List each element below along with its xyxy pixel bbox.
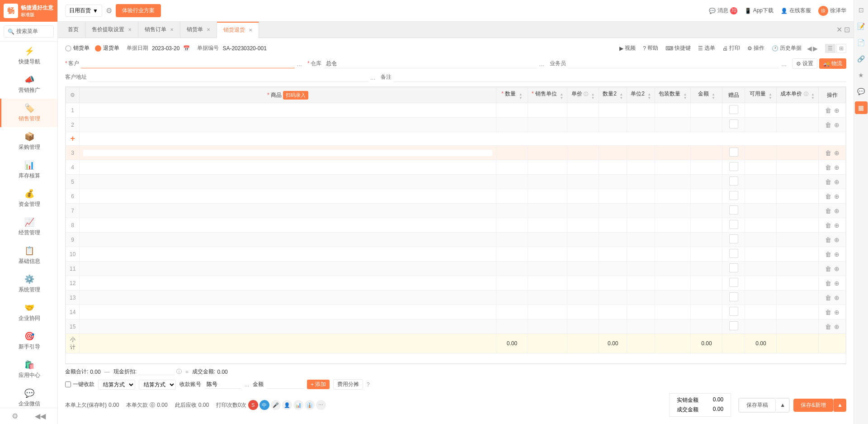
method-select[interactable]: 结算方式 现金 支付宝 微信: [98, 380, 135, 390]
cost-price-cell[interactable]: [777, 233, 819, 247]
qty2-cell[interactable]: [599, 103, 627, 118]
delete-row-icon[interactable]: 🗑: [825, 193, 831, 200]
cost-price-info-icon[interactable]: ⓘ: [804, 91, 808, 96]
unit-cell[interactable]: [528, 160, 567, 175]
save-draft-chevron[interactable]: ▲: [776, 398, 789, 412]
sidebar-item-marketing[interactable]: 📣 营销推广: [0, 70, 57, 99]
tab-sales-delivery[interactable]: 销货单 ✕: [180, 22, 217, 38]
unit-cell[interactable]: [528, 305, 567, 319]
gift-cell[interactable]: [722, 247, 745, 262]
qty2-cell[interactable]: [599, 262, 627, 276]
price-cell[interactable]: [567, 189, 599, 204]
goods-cell[interactable]: [80, 291, 496, 305]
qty2-cell[interactable]: [599, 175, 627, 189]
delete-row-icon[interactable]: 🗑: [825, 121, 831, 129]
list-view-button[interactable]: ☰: [825, 44, 835, 53]
history-btn[interactable]: 🕐 历史单据: [770, 43, 803, 53]
sidebar-item-sales[interactable]: 🏷️ 销售管理: [0, 99, 57, 127]
salesperson-input[interactable]: [568, 59, 779, 68]
quantity-cell[interactable]: [496, 247, 528, 262]
pack-cell[interactable]: [655, 175, 691, 189]
amount-cell[interactable]: [691, 146, 722, 160]
pack-cell[interactable]: [655, 189, 691, 204]
qty2-cell[interactable]: [599, 146, 627, 160]
tab-sales-order[interactable]: 销售订单 ✕: [138, 22, 180, 38]
quantity-cell[interactable]: [496, 233, 528, 247]
delete-row-icon[interactable]: 🗑: [825, 149, 831, 157]
remark-input[interactable]: [393, 72, 846, 82]
online-service-item[interactable]: 👤 在线客服: [781, 7, 811, 14]
gift-cell[interactable]: [722, 175, 745, 189]
goods-cell[interactable]: [80, 276, 496, 291]
gift-checkbox[interactable]: [729, 205, 738, 214]
user-profile-item[interactable]: 徐 徐泽华: [818, 6, 846, 16]
cost-price-cell[interactable]: [777, 118, 819, 132]
save-draft-button[interactable]: 保存草稿: [739, 398, 776, 412]
pack-cell[interactable]: [655, 319, 691, 334]
unit2-cell[interactable]: [627, 218, 655, 233]
cost-price-cell[interactable]: [777, 103, 819, 118]
quantity-cell[interactable]: [496, 118, 528, 132]
grid-view-button[interactable]: ⊞: [836, 44, 846, 53]
topbar-gear-icon[interactable]: ⚙: [106, 6, 112, 15]
delete-row-icon[interactable]: 🗑: [825, 107, 831, 114]
gift-checkbox[interactable]: [729, 307, 738, 316]
delete-row-icon[interactable]: 🗑: [825, 207, 831, 214]
quantity-sort[interactable]: ▲▼: [519, 93, 523, 100]
unit2-cell[interactable]: [627, 291, 655, 305]
sidebar-item-appstore[interactable]: 🛍️ 应用中心: [0, 355, 57, 384]
price-cell[interactable]: [567, 103, 599, 118]
status-icon-s[interactable]: S: [248, 400, 258, 410]
gift-checkbox[interactable]: [729, 191, 738, 200]
right-icon-star[interactable]: ★: [855, 69, 868, 81]
price-cell[interactable]: [567, 118, 599, 132]
pack-cell[interactable]: [655, 233, 691, 247]
goods-cell[interactable]: [80, 247, 496, 262]
available-cell[interactable]: [745, 218, 777, 233]
available-cell[interactable]: [745, 247, 777, 262]
cost-price-cell[interactable]: [777, 319, 819, 334]
tab-price-setting-close[interactable]: ✕: [128, 27, 132, 32]
price-sort[interactable]: ▲▼: [591, 93, 595, 100]
right-icon-message[interactable]: 💬: [855, 85, 868, 98]
gift-checkbox[interactable]: [729, 278, 738, 287]
available-cell[interactable]: [745, 276, 777, 291]
sidebar-collapse-button[interactable]: ◀◀: [35, 412, 46, 420]
tab-sales-return[interactable]: 销货退货 ✕: [217, 22, 259, 38]
cost-price-cell[interactable]: [777, 276, 819, 291]
cost-price-cell[interactable]: [777, 189, 819, 204]
cost-price-cell[interactable]: [777, 175, 819, 189]
price-cell[interactable]: [567, 218, 599, 233]
unit-cell[interactable]: [528, 118, 567, 132]
address-input[interactable]: [89, 72, 368, 82]
info-icon[interactable]: ⓘ: [176, 368, 182, 376]
unit2-cell[interactable]: [627, 175, 655, 189]
fee-split-button[interactable]: 费用分摊: [333, 379, 363, 390]
pack-cell[interactable]: [655, 160, 691, 175]
tab-price-setting[interactable]: 售价提取设置 ✕: [85, 22, 138, 38]
status-icon-mic[interactable]: 🎤: [271, 400, 281, 410]
warehouse-dots-btn[interactable]: ...: [539, 60, 544, 67]
gift-cell[interactable]: [722, 319, 745, 334]
unit2-cell[interactable]: [627, 247, 655, 262]
unit-cell[interactable]: [528, 189, 567, 204]
sidebar-item-basic[interactable]: 📋 基础信息: [0, 241, 57, 270]
gift-cell[interactable]: [722, 160, 745, 175]
qty2-cell[interactable]: [599, 204, 627, 218]
app-download-item[interactable]: 📱 App下载: [745, 7, 774, 14]
tab-home[interactable]: 首页: [61, 22, 85, 38]
fee-info-icon[interactable]: ?: [367, 381, 370, 388]
quantity-cell[interactable]: [496, 305, 528, 319]
pack-cell[interactable]: [655, 204, 691, 218]
save-new-chevron[interactable]: ▲: [833, 399, 846, 412]
gift-cell[interactable]: [722, 233, 745, 247]
unit-sort[interactable]: ▲▼: [560, 93, 563, 100]
gift-checkbox[interactable]: [729, 119, 738, 129]
gift-cell[interactable]: [722, 305, 745, 319]
account-input[interactable]: [205, 380, 241, 389]
copy-row-icon[interactable]: ⊕: [834, 280, 840, 287]
cost-price-cell[interactable]: [777, 305, 819, 319]
unit2-cell[interactable]: [627, 276, 655, 291]
next-bill-button[interactable]: ▶: [813, 45, 818, 52]
copy-row-icon[interactable]: ⊕: [834, 265, 840, 272]
